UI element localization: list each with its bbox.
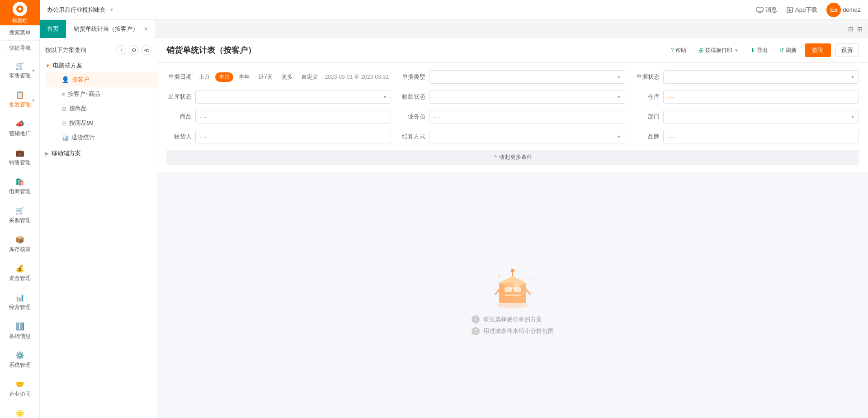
scheme-edit-button[interactable]: ⚙: [129, 45, 139, 55]
search-menu-label[interactable]: 搜索菜单: [9, 29, 31, 36]
tab-close-button[interactable]: ✕: [144, 26, 148, 32]
quick-nav-label[interactable]: 快捷导航: [9, 45, 31, 51]
delivery-dropdown-icon: ▼: [382, 95, 387, 100]
logo-text: 标题栏: [12, 17, 27, 24]
doc-type-label: 单据类型: [400, 73, 425, 81]
this-month-btn[interactable]: 本月: [215, 72, 233, 82]
settlement-input[interactable]: ▼: [429, 130, 625, 143]
return-stats-icon: 📊: [61, 134, 69, 141]
sidebar-item-marketing[interactable]: 📣 营销推广: [0, 114, 39, 143]
sidebar-item-system[interactable]: ⚙️ 系统管理: [0, 346, 39, 375]
inventory-icon: 📦: [15, 235, 24, 244]
scheme-item-by-customer[interactable]: 👤 按客户: [45, 72, 157, 87]
sidebar-item-label: 基础信息: [9, 332, 31, 340]
search-menu[interactable]: 搜索菜单: [0, 25, 39, 41]
app-download-label: App下载: [795, 6, 817, 14]
main-area: 办公用品行业模拟账套 ▼ 消息 App下载 E: [40, 0, 868, 418]
sidebar-item-label: 资金管理: [9, 275, 31, 282]
chevron-icon: ▲: [31, 97, 36, 102]
marketing-icon: 📣: [15, 119, 24, 128]
tab-sales-stats-label: 销货单统计表（按客户）: [74, 25, 138, 33]
user-avatar[interactable]: Ea demo2: [826, 3, 861, 17]
scheme-item-return-stats[interactable]: 📊 退货统计: [45, 130, 157, 145]
custom-btn[interactable]: 自定义: [298, 72, 321, 82]
sidebar-item-label: 企业协同: [9, 390, 31, 398]
scheme-item-by-product[interactable]: ⊞ 按商品: [45, 101, 157, 116]
collapse-button[interactable]: ⌃ 收起更多条件: [166, 150, 859, 165]
sidebar-item-enterprise[interactable]: 🤝 企业协同: [0, 375, 39, 404]
settings-button[interactable]: 设置: [835, 43, 859, 57]
title-dropdown-icon[interactable]: ▼: [109, 7, 114, 12]
scheme-group-pc: ▼ 电脑端方案 👤 按客户 ≡ 按客户+商品 ⊞ 按商品: [40, 59, 157, 145]
brand-dots: ···: [667, 133, 675, 140]
last-7-days-btn[interactable]: 近7天: [255, 72, 276, 82]
sidebar-item-basic[interactable]: ℹ️ 基础信息: [0, 317, 39, 346]
sidebar-item-label: 采购管理: [9, 217, 31, 224]
department-input[interactable]: ▼: [663, 110, 859, 124]
print-button[interactable]: 🖨 按模板打印 ▼: [694, 45, 742, 56]
help-icon: ?: [670, 47, 674, 53]
sidebar-item-label: 批发管理: [9, 101, 31, 109]
delivery-input[interactable]: ▼: [195, 90, 391, 104]
empty-hint-2: 2 用过滤条件来缩小分析范围: [472, 327, 554, 335]
scheme-group-mobile-header[interactable]: ▶ 移动端方案: [40, 147, 157, 160]
filter-doc-type: 单据类型 ▼: [400, 70, 625, 84]
consignee-input[interactable]: ···: [195, 130, 391, 143]
warehouse-input[interactable]: ···: [663, 90, 859, 104]
more-btn[interactable]: 更多: [278, 72, 296, 82]
content-toolbar: ? 帮助 🖨 按模板打印 ▼ ⬆ 导出 ↺: [667, 43, 859, 62]
filter-consignee: 收货人 ···: [166, 130, 391, 143]
last-month-btn[interactable]: 上月: [195, 72, 213, 82]
tab-minimize-icon[interactable]: ⊟: [848, 25, 854, 33]
tab-maximize-icon[interactable]: ⊞: [857, 25, 863, 33]
scheme-group-pc-header[interactable]: ▼ 电脑端方案: [40, 59, 157, 72]
hint-2-text: 用过滤条件来缩小分析范围: [483, 327, 554, 335]
sidebar-item-newbie[interactable]: 🌟 新手引导: [0, 404, 39, 418]
page-content: 按以下方案查询 + ⚙ ≪ ▼ 电脑端方案 👤 按客户: [40, 38, 868, 418]
this-year-btn[interactable]: 本年: [235, 72, 253, 82]
query-button[interactable]: 查询: [805, 43, 831, 57]
print-icon: 🖨: [698, 47, 703, 53]
payment-label: 收款状态: [400, 93, 425, 101]
company-title: 办公用品行业模拟账套: [47, 6, 106, 14]
scheme-add-button[interactable]: +: [116, 45, 126, 55]
sidebar-item-inventory[interactable]: 📦 库存核算: [0, 230, 39, 259]
app-logo[interactable]: 标题栏: [0, 0, 40, 25]
tab-home[interactable]: 首页: [40, 20, 66, 38]
quick-nav[interactable]: 快捷导航: [0, 41, 39, 56]
tab-sales-stats[interactable]: 销货单统计表（按客户） ✕: [66, 20, 156, 38]
svg-rect-6: [499, 283, 513, 303]
export-button[interactable]: ⬆ 导出: [747, 45, 771, 56]
sidebar-item-wholesale[interactable]: 📋 批发管理 ▲: [0, 85, 39, 114]
sidebar-item-sales[interactable]: 💼 销售管理: [0, 143, 39, 172]
scheme-item-by-product-99[interactable]: ⊞ 按商品99: [45, 116, 157, 130]
sidebar-item-operations[interactable]: 📊 经营管理: [0, 288, 39, 317]
step-1-icon: 1: [472, 315, 480, 323]
message-button[interactable]: 消息: [756, 6, 777, 14]
help-button[interactable]: ? 帮助: [667, 45, 690, 56]
retail-icon: 🛒: [15, 62, 24, 70]
sidebar-item-label: 营销推广: [9, 130, 31, 138]
filter-product: 商品 ···: [166, 110, 391, 124]
payment-input[interactable]: ▼: [429, 90, 625, 104]
refresh-button[interactable]: ↺ 刷新: [776, 45, 800, 56]
doc-type-input[interactable]: ▼: [429, 70, 625, 84]
sidebar-item-retail[interactable]: 🛒 零售管理 ▼: [0, 56, 39, 85]
export-label: 导出: [757, 47, 768, 54]
brand-input[interactable]: ···: [663, 130, 859, 143]
user-name: demo2: [843, 6, 861, 13]
scheme-item-by-customer-product[interactable]: ≡ 按客户+商品: [45, 87, 157, 101]
filter-doc-status: 单据状态 ▼: [634, 70, 859, 84]
doc-status-input[interactable]: ▼: [663, 70, 859, 84]
app-download-button[interactable]: App下载: [786, 6, 817, 14]
sidebar-item-finance[interactable]: 💰 资金管理: [0, 259, 39, 288]
consignee-dots: ···: [199, 133, 208, 140]
sidebar-nav: 🛒 零售管理 ▼ 📋 批发管理 ▲ 📣 营销推广 💼 销售管理 🛍️ 电商管理 …: [0, 56, 39, 418]
sidebar-item-purchase[interactable]: 🛒 采购管理: [0, 201, 39, 230]
scheme-collapse-button[interactable]: ≪: [142, 45, 151, 55]
product-input[interactable]: ···: [195, 110, 391, 124]
scheme-item-by-product-label: 按商品: [69, 104, 87, 113]
sidebar-item-ecommerce[interactable]: 🛍️ 电商管理: [0, 172, 39, 201]
salesperson-input[interactable]: ···: [429, 110, 625, 124]
scheme-group-pc-label: 电脑端方案: [53, 62, 82, 70]
